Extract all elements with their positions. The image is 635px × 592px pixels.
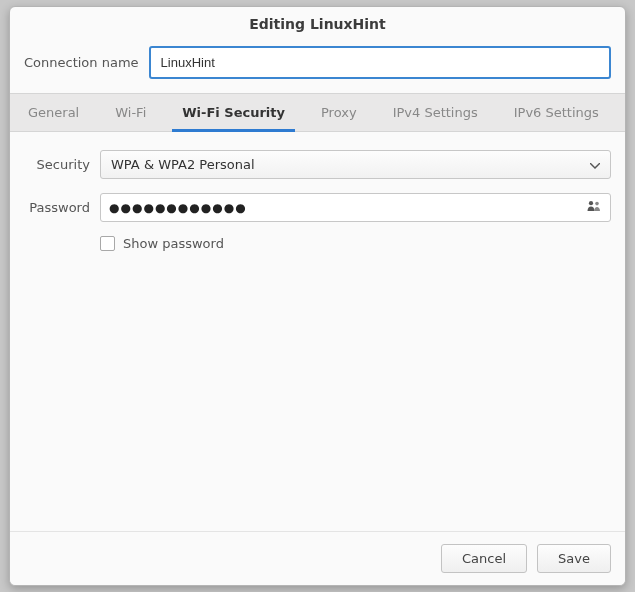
- dialog-title: Editing LinuxHint: [10, 7, 625, 46]
- tabs: General Wi-Fi Wi-Fi Security Proxy IPv4 …: [10, 93, 625, 132]
- tab-wifi-security[interactable]: Wi-Fi Security: [164, 94, 303, 131]
- security-row: Security WPA & WPA2 Personal: [24, 150, 611, 179]
- connection-name-row: Connection name: [10, 46, 625, 93]
- show-password-checkbox[interactable]: [100, 236, 115, 251]
- connection-name-label: Connection name: [24, 55, 139, 70]
- tab-general[interactable]: General: [10, 94, 97, 131]
- dialog-footer: Cancel Save: [10, 531, 625, 585]
- tab-ipv4[interactable]: IPv4 Settings: [375, 94, 496, 131]
- tab-proxy[interactable]: Proxy: [303, 94, 375, 131]
- svg-point-1: [595, 202, 599, 206]
- svg-point-0: [589, 201, 593, 205]
- cancel-button[interactable]: Cancel: [441, 544, 527, 573]
- users-icon[interactable]: [586, 200, 602, 215]
- password-label: Password: [24, 200, 90, 215]
- password-input[interactable]: ●●●●●●●●●●●●: [100, 193, 611, 222]
- show-password-row: Show password: [100, 236, 611, 251]
- tab-body: Security WPA & WPA2 Personal Password ●●…: [10, 132, 625, 531]
- security-value: WPA & WPA2 Personal: [111, 157, 255, 172]
- chevron-down-icon: [590, 157, 600, 172]
- show-password-label: Show password: [123, 236, 224, 251]
- password-value: ●●●●●●●●●●●●: [109, 201, 586, 215]
- editing-dialog: Editing LinuxHint Connection name Genera…: [9, 6, 626, 586]
- tab-ipv6[interactable]: IPv6 Settings: [496, 94, 617, 131]
- connection-name-input[interactable]: [149, 46, 611, 79]
- password-row: Password ●●●●●●●●●●●●: [24, 193, 611, 222]
- security-label: Security: [24, 157, 90, 172]
- tab-wifi[interactable]: Wi-Fi: [97, 94, 164, 131]
- save-button[interactable]: Save: [537, 544, 611, 573]
- security-select[interactable]: WPA & WPA2 Personal: [100, 150, 611, 179]
